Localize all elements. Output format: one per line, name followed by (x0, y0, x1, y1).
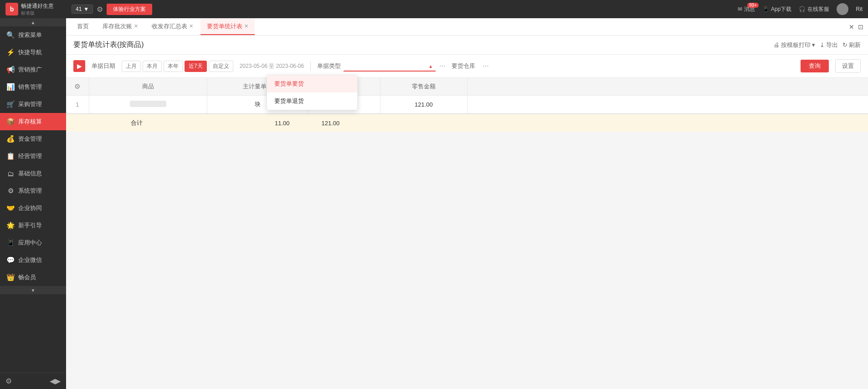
clipboard-icon: 📋 (6, 152, 15, 160)
print-btn[interactable]: 🖨 按模板打印 ▾ (774, 41, 815, 49)
col-product: 商品 (89, 78, 207, 96)
type-dropdown: 要货单要货 要货单退货 (267, 75, 358, 110)
sidebar-item-wechat[interactable]: 💬 企业微信 (0, 251, 66, 269)
7days-btn[interactable]: 近7天 (185, 61, 207, 72)
column-settings-icon[interactable]: ⚙ (74, 82, 80, 90)
sidebar-item-base[interactable]: 🗂 基础信息 (0, 165, 66, 182)
tab-close-receive-summary[interactable]: ✕ (189, 23, 193, 29)
sidebar-item-purchase[interactable]: 🛒 采购管理 (0, 96, 66, 113)
sidebar-scroll-down[interactable]: ▼ (0, 286, 66, 294)
box-icon: 📦 (6, 118, 15, 126)
date-range: 2023-05-06 至 2023-06-06 (240, 62, 304, 70)
date-label: 单据日期 (92, 62, 115, 70)
refresh-btn[interactable]: ↻ 刷新 (842, 41, 861, 49)
sidebar-item-system[interactable]: ⚙ 系统管理 (0, 182, 66, 200)
warehouse-more-btn[interactable]: ··· (483, 62, 488, 70)
handshake-icon: 🤝 (6, 204, 15, 212)
tab-label: 要货单统计表 (207, 22, 242, 31)
sidebar-item-label: 销售管理 (18, 83, 42, 91)
phone-icon: 📱 (762, 6, 769, 12)
export-label: 导出 (826, 41, 838, 49)
last-month-btn[interactable]: 上月 (122, 61, 141, 72)
sidebar-item-label: 资金管理 (18, 135, 42, 143)
export-btn[interactable]: ⤓ 导出 (820, 41, 838, 49)
table-row: 1 块 11.00 121.00 (66, 96, 868, 113)
col-settings: ⚙ (66, 78, 89, 96)
sidebar-item-label: 经营管理 (18, 152, 42, 160)
sidebar-item-apps[interactable]: 📱 应用中心 (0, 234, 66, 251)
settings-bottom-icon[interactable]: ⚙ (5, 377, 12, 385)
dropdown-item-order-goods[interactable]: 要货单要货 (267, 75, 357, 92)
company-selector[interactable]: 41 ▼ (72, 5, 93, 14)
message-btn[interactable]: ✉ 消息 99+ (738, 5, 755, 13)
maximize-icon[interactable]: ⊡ (858, 23, 863, 31)
app-name: 畅捷通好生意 (21, 2, 54, 10)
online-service-label: 在线客服 (807, 5, 829, 13)
page-header: 要货单统计表(按商品) 🖨 按模板打印 ▾ ⤓ 导出 ↻ 刷新 (66, 36, 868, 55)
custom-btn[interactable]: 自定义 (209, 61, 233, 72)
this-month-btn[interactable]: 本月 (143, 61, 162, 72)
sidebar-item-label: 快捷导航 (18, 48, 42, 56)
logo-area: b 畅捷通好生意 标准版 (5, 2, 72, 16)
folder-icon: 🗂 (6, 169, 15, 178)
sidebar-item-marketing[interactable]: 📢 营销推广 (0, 61, 66, 78)
more-btn[interactable]: ··· (439, 62, 445, 70)
dropdown-item-order-return[interactable]: 要货单退货 (267, 92, 357, 110)
message-badge: 99+ (747, 3, 759, 8)
megaphone-icon: 📢 (6, 66, 15, 74)
type-filter: 单据类型 ··· (317, 61, 445, 72)
tab-close-order-stats[interactable]: ✕ (244, 23, 248, 29)
sidebar-item-sales[interactable]: 📊 销售管理 (0, 78, 66, 96)
search-icon: 🔍 (6, 31, 15, 39)
sidebar: ▲ 🔍 搜索菜单 ⚡ 快捷导航 📢 营销推广 📊 销售管理 🛒 采购管理 📦 库… (0, 18, 66, 389)
query-btn[interactable]: 查询 (801, 60, 829, 72)
online-service-btn[interactable]: 🎧 在线客服 (799, 5, 829, 13)
chevron-down-icon: ▾ (812, 41, 815, 48)
type-select-wrapper[interactable] (344, 61, 436, 72)
tab-home[interactable]: 首页 (71, 19, 95, 35)
logo-icon: b (5, 3, 18, 15)
this-year-btn[interactable]: 本年 (164, 61, 183, 72)
settings-icon[interactable]: ⚙ (97, 5, 103, 14)
tab-order-stats[interactable]: 要货单统计表 ✕ (200, 19, 255, 35)
logo-text: 畅捷通好生意 标准版 (21, 2, 54, 16)
total-label: 合计 (131, 119, 143, 127)
sidebar-item-enterprise[interactable]: 🤝 企业协同 (0, 200, 66, 217)
sidebar-item-shortcut[interactable]: ⚡ 快捷导航 (0, 44, 66, 61)
sidebar-item-operations[interactable]: 📋 经营管理 (0, 148, 66, 165)
tab-close-inventory-batch[interactable]: ✕ (134, 23, 138, 29)
settings-btn[interactable]: 设置 (835, 59, 861, 73)
filter-toggle-btn[interactable]: ▶ (73, 60, 85, 72)
top-header: b 畅捷通好生意 标准版 41 ▼ ⚙ 体验行业方案 ✉ 消息 99+ 📱 Ap… (0, 0, 868, 18)
sidebar-item-label: 采购管理 (18, 100, 42, 108)
tab-receive-summary[interactable]: 收发存汇总表 ✕ (145, 19, 200, 35)
sidebar-item-search[interactable]: 🔍 搜索菜单 (0, 26, 66, 44)
phone-icon: 📱 (6, 239, 15, 247)
gear-icon: ⚙ (6, 187, 15, 195)
chart-icon: 📊 (6, 83, 15, 91)
type-select[interactable] (344, 61, 436, 72)
collapse-icon[interactable]: ◀▶ (50, 377, 61, 385)
sidebar-item-guide[interactable]: 🌟 新手引导 (0, 217, 66, 234)
sidebar-item-inventory[interactable]: 📦 库存核算 (0, 113, 66, 130)
app-sub: 标准版 (21, 10, 54, 16)
cart-icon: 🛒 (6, 100, 15, 108)
industry-btn[interactable]: 体验行业方案 (107, 4, 152, 15)
user-avatar[interactable] (837, 3, 848, 15)
refresh-icon: ↻ (842, 41, 847, 48)
tab-inventory-batch[interactable]: 库存批次账 ✕ (96, 19, 144, 35)
close-all-icon[interactable]: ✕ (849, 23, 854, 31)
sidebar-item-label: 库存核算 (18, 118, 42, 126)
lightning-icon: ⚡ (6, 48, 15, 56)
sidebar-item-finance[interactable]: 💰 资金管理 (0, 130, 66, 148)
main-layout: ▲ 🔍 搜索菜单 ⚡ 快捷导航 📢 营销推广 📊 销售管理 🛒 采购管理 📦 库… (0, 18, 868, 389)
headset-icon: 🎧 (799, 6, 806, 12)
sidebar-scroll-up[interactable]: ▲ (0, 18, 66, 26)
tab-label: 收发存汇总表 (152, 22, 187, 31)
sidebar-item-label: 企业协同 (18, 204, 42, 212)
app-download-btn[interactable]: 📱 App下载 (762, 5, 791, 13)
col-amount: 零售金额 (380, 78, 467, 96)
tab-label: 库存批次账 (103, 22, 132, 31)
export-icon: ⤓ (820, 41, 825, 48)
sidebar-item-member[interactable]: 👑 畅会员 (0, 269, 66, 286)
